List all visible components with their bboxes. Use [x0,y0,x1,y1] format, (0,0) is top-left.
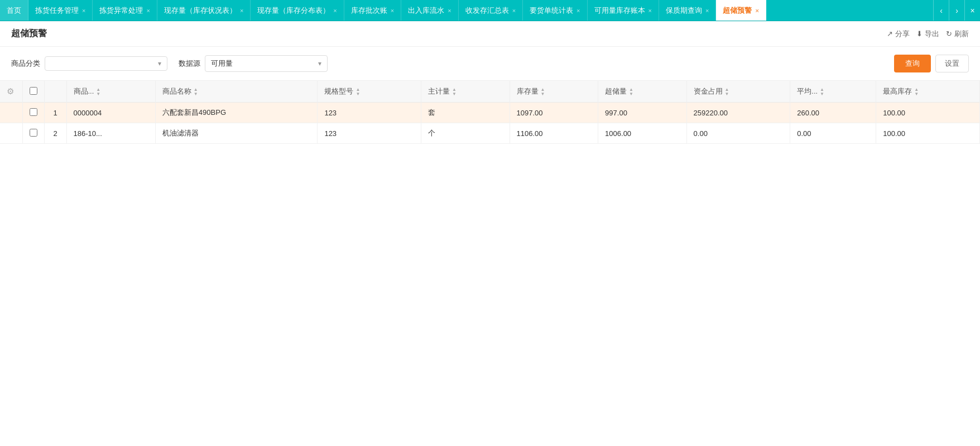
row-settings-cell [0,103,22,123]
col-label-spec: 规格型号 [324,87,353,95]
nav-item-label: 拣货异常处理 [99,6,143,16]
nav-item-close[interactable]: × [648,7,652,14]
nav-item-close[interactable]: × [240,7,243,14]
row-check-cell[interactable] [22,123,44,144]
col-rownum [44,81,66,103]
share-icon: ↗ [887,30,893,38]
col-code[interactable]: 商品...▲▼ [66,81,155,103]
nav-item-close[interactable]: × [512,7,516,14]
nav-item-label: 首页 [7,6,21,16]
col-label-avg: 平均... [797,87,818,95]
datasource-label: 数据源 [179,59,200,69]
table-header: ⚙商品...▲▼商品名称▲▼规格型号▲▼主计量▲▼库存量▲▼超储量▲▼资金占用▲… [0,81,980,103]
nav-item-close[interactable]: × [391,7,394,14]
page-container: 超储预警 ↗ 分享 ⬇ 导出 ↻ 刷新 商品分类 ▾ 数据源 [0,21,980,446]
nav-item-exception-handle[interactable]: 拣货异常处理× [93,0,157,21]
nav-arrows: ‹ › × [933,0,980,21]
nav-item-label: 拣货任务管理 [35,6,79,16]
col-overstock[interactable]: 超储量▲▼ [598,81,687,103]
row-check-cell[interactable] [22,103,44,123]
cell-overstock: 1006.00 [598,123,687,144]
settings-button[interactable]: 设置 [935,55,969,72]
nav-item-overstock-warning[interactable]: 超储预警× [716,0,766,21]
nav-arrow-close[interactable]: × [964,0,980,21]
col-capital[interactable]: 资金占用▲▼ [686,81,790,103]
col-settings[interactable]: ⚙ [0,81,22,103]
nav-arrow-left[interactable]: ‹ [933,0,949,21]
nav-item-inout-flow[interactable]: 出入库流水× [401,0,458,21]
nav-item-close[interactable]: × [448,7,451,14]
page-title: 超储预警 [11,28,47,40]
nav-item-close[interactable]: × [705,7,709,14]
col-stock[interactable]: 库存量▲▼ [510,81,598,103]
nav-item-close[interactable]: × [755,7,758,14]
cell-spec: 123 [318,123,421,144]
query-button[interactable]: 查询 [894,55,931,72]
data-table: ⚙商品...▲▼商品名称▲▼规格型号▲▼主计量▲▼库存量▲▼超储量▲▼资金占用▲… [0,81,980,144]
datasource-value: 可用量 [211,59,233,69]
cell-code: 0000004 [66,103,155,123]
nav-item-label: 可用量库存账本 [594,6,645,16]
col-maxstock[interactable]: 最高库存▲▼ [876,81,980,103]
nav-item-stock-dist[interactable]: 现存量（库存分布表）× [251,0,344,21]
cell-unit: 个 [421,123,510,144]
nav-item-close[interactable]: × [146,7,150,14]
nav-item-stock-status[interactable]: 现存量（库存状况表）× [157,0,251,21]
table-row: 10000004六配套新昌490BPG123套1097.00997.002592… [0,103,980,123]
export-icon: ⬇ [916,30,923,38]
export-button[interactable]: ⬇ 导出 [916,29,939,39]
nav-item-quality-check[interactable]: 保质期查询× [659,0,716,21]
nav-item-collect-summary[interactable]: 收发存汇总表× [459,0,523,21]
col-checkbox[interactable] [22,81,44,103]
cell-maxstock: 100.00 [876,103,980,123]
table-container: ⚙商品...▲▼商品名称▲▼规格型号▲▼主计量▲▼库存量▲▼超储量▲▼资金占用▲… [0,81,980,144]
nav-item-close[interactable]: × [577,7,580,14]
nav-item-label: 库存批次账 [351,6,387,16]
refresh-icon: ↻ [946,30,952,38]
cell-code: 186-10... [66,123,155,144]
cell-stock: 1106.00 [510,123,598,144]
row-number: 2 [44,123,66,144]
cell-name: 机油滤清器 [155,123,318,144]
col-label-code: 商品... [74,87,94,95]
col-avg[interactable]: 平均...▲▼ [790,81,876,103]
nav-item-label: 保质期查询 [666,6,702,16]
cell-stock: 1097.00 [510,103,598,123]
nav-item-label: 现存量（库存分布表） [257,6,330,16]
cell-spec: 123 [318,103,421,123]
nav-item-home[interactable]: 首页 [0,0,28,21]
row-settings-cell [0,123,22,144]
filter-actions: 查询 设置 [894,55,969,72]
col-label-overstock: 超储量 [605,87,627,95]
select-all-checkbox[interactable] [30,87,37,95]
nav-item-available-stock[interactable]: 可用量库存账本× [588,0,659,21]
row-checkbox[interactable] [30,129,37,137]
nav-item-label: 现存量（库存状况表） [164,6,237,16]
nav-item-stock-batch[interactable]: 库存批次账× [344,0,401,21]
nav-item-close[interactable]: × [82,7,85,14]
col-label-name: 商品名称 [162,87,191,95]
nav-item-order-stat[interactable]: 要货单统计表× [523,0,587,21]
cell-overstock: 997.00 [598,103,687,123]
row-checkbox[interactable] [30,108,37,116]
share-button[interactable]: ↗ 分享 [887,29,910,39]
cell-unit: 套 [421,103,510,123]
category-select[interactable]: ▾ [45,56,167,71]
col-spec[interactable]: 规格型号▲▼ [318,81,421,103]
gear-icon[interactable]: ⚙ [7,86,14,96]
col-label-capital: 资金占用 [694,87,723,95]
col-label-maxstock: 最高库存 [883,87,912,95]
top-navigation: 首页拣货任务管理×拣货异常处理×现存量（库存状况表）×现存量（库存分布表）×库存… [0,0,980,21]
col-label-stock: 库存量 [517,87,539,95]
header-actions: ↗ 分享 ⬇ 导出 ↻ 刷新 [887,29,969,39]
cell-capital: 259220.00 [686,103,790,123]
nav-item-task-mgmt[interactable]: 拣货任务管理× [28,0,93,21]
nav-arrow-right[interactable]: › [949,0,964,21]
cell-capital: 0.00 [686,123,790,144]
col-unit[interactable]: 主计量▲▼ [421,81,510,103]
nav-item-close[interactable]: × [333,7,337,14]
page-header: 超储预警 ↗ 分享 ⬇ 导出 ↻ 刷新 [0,21,980,47]
col-name[interactable]: 商品名称▲▼ [155,81,318,103]
datasource-select[interactable]: 可用量 ▾ [205,55,328,72]
refresh-button[interactable]: ↻ 刷新 [946,29,969,39]
